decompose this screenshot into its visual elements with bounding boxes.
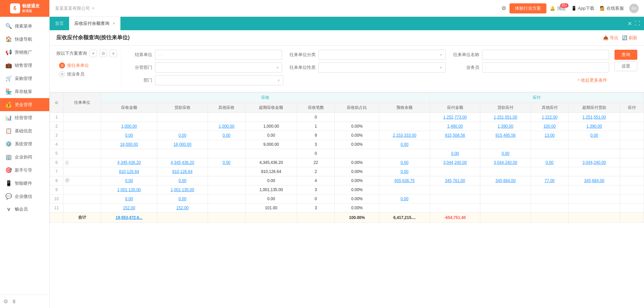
- row-prepaid[interactable]: 0.00: [379, 158, 430, 167]
- filter-collapse-button[interactable]: «: [110, 50, 117, 57]
- total-receivable[interactable]: 19,553,472,6...: [101, 213, 157, 223]
- row-other-payable[interactable]: [531, 194, 568, 204]
- row-payable[interactable]: [430, 167, 480, 176]
- row-loan-payable[interactable]: 0.00: [480, 149, 531, 158]
- sidebar-item-finance[interactable]: 💰 资金管理: [0, 98, 49, 111]
- row-payable[interactable]: [430, 140, 480, 149]
- row-loan-payable[interactable]: [480, 204, 531, 213]
- row-loan-receivable[interactable]: 0.00: [157, 194, 208, 204]
- row-overdue-payable[interactable]: 0.00: [569, 131, 620, 140]
- row-receivable[interactable]: [101, 113, 157, 122]
- sidebar-item-quicknav[interactable]: 🏠 快捷导航: [0, 33, 49, 46]
- row-receivable[interactable]: 18,000.00: [101, 140, 157, 149]
- scheme-item-salesman[interactable]: 按 按业务员: [56, 70, 117, 79]
- nature-input[interactable]: ▼: [318, 62, 445, 73]
- row-other-payable[interactable]: [531, 167, 568, 176]
- row-prepaid[interactable]: [379, 204, 430, 213]
- row-payable[interactable]: [430, 185, 480, 194]
- row-other-receivable[interactable]: 0.00: [208, 131, 245, 140]
- tab-close-icon[interactable]: ×: [113, 21, 115, 26]
- row-receivable[interactable]: [101, 149, 157, 158]
- row-other-receivable[interactable]: [208, 204, 245, 213]
- row-loan-payable[interactable]: 3,044,240.00: [480, 158, 531, 167]
- sidebar-item-sales[interactable]: 💼 销售管理: [0, 59, 49, 72]
- row-loan-payable[interactable]: 345,684.00: [480, 176, 531, 185]
- row-loan-receivable[interactable]: [157, 113, 208, 122]
- row-overdue-payable[interactable]: [569, 149, 620, 158]
- row-loan-payable[interactable]: 915,495.56: [480, 131, 531, 140]
- row-loan-receivable[interactable]: [157, 122, 208, 131]
- row-overdue-payable[interactable]: 3,044,240.00: [569, 158, 620, 167]
- row-loan-receivable[interactable]: 1,001,135.00: [157, 185, 208, 194]
- row-overdue-payable[interactable]: [569, 194, 620, 204]
- row-overdue-payable[interactable]: [569, 185, 620, 194]
- row-loan-receivable[interactable]: 152.00: [157, 204, 208, 213]
- row-loan-payable[interactable]: [480, 140, 531, 149]
- scheme-item-partner[interactable]: 按 按往来单位: [56, 61, 117, 70]
- row-loan-payable[interactable]: 1,251,551.00: [480, 113, 531, 122]
- window-expand-icon[interactable]: ⛶: [635, 20, 640, 27]
- filter-add-button[interactable]: +: [90, 50, 97, 57]
- row-loan-receivable[interactable]: 0.00: [157, 176, 208, 185]
- row-other-payable[interactable]: 1,222.00: [531, 113, 568, 122]
- row-loan-receivable[interactable]: 4,345,436.20: [157, 158, 208, 167]
- row-other-payable[interactable]: 100.00: [531, 122, 568, 131]
- row-overdue-payable[interactable]: [569, 167, 620, 176]
- row-payable[interactable]: 345,761.00: [430, 176, 480, 185]
- table-area[interactable]: ⚙ 往来单位 应收 应付 应收金额 贷款应收 其他应收 超期应收金额 应收笔数 …: [50, 92, 644, 308]
- tab-active[interactable]: 应收应付余额查询 ×: [69, 17, 120, 30]
- online-service-button[interactable]: 💁 在线客服: [600, 5, 624, 11]
- row-other-payable[interactable]: 77.00: [531, 176, 568, 185]
- row-other-receivable[interactable]: 0.00: [208, 158, 245, 167]
- row-payable[interactable]: 1,490.00: [430, 122, 480, 131]
- tab-home[interactable]: 首页: [50, 17, 69, 30]
- row-other-payable[interactable]: [531, 140, 568, 149]
- row-loan-payable[interactable]: [480, 194, 531, 204]
- sidebar-item-guide[interactable]: 🎯 新手引导: [0, 164, 49, 177]
- sidebar-item-purchase[interactable]: 🛒 采购管理: [0, 72, 49, 85]
- refresh-button[interactable]: 🔄 刷新: [622, 35, 637, 41]
- row-prepaid[interactable]: 655,636.75: [379, 176, 430, 185]
- settings-bottom-icon[interactable]: ⚙: [3, 298, 8, 305]
- collapse-icon[interactable]: ⏸: [11, 299, 17, 305]
- row-other-payable[interactable]: [531, 185, 568, 194]
- row-other-receivable[interactable]: [208, 140, 245, 149]
- row-payable[interactable]: [430, 194, 480, 204]
- name-input[interactable]: [482, 50, 609, 60]
- sidebar-item-marketing[interactable]: 📢 营销推广: [0, 46, 49, 59]
- row-other-payable[interactable]: 0.00: [531, 158, 568, 167]
- row-other-receivable[interactable]: [208, 167, 245, 176]
- row-loan-receivable[interactable]: [157, 149, 208, 158]
- row-receivable[interactable]: 4,345,436.20: [101, 158, 157, 167]
- row-prepaid[interactable]: 0.00: [379, 167, 430, 176]
- row-receivable[interactable]: 152.00: [101, 204, 157, 213]
- row-other-payable[interactable]: [531, 149, 568, 158]
- row-prepaid[interactable]: [379, 185, 430, 194]
- row-overdue-payable[interactable]: [569, 204, 620, 213]
- row-prepaid[interactable]: 2,153,333.00: [379, 131, 430, 140]
- row-overdue-payable[interactable]: 1,390.00: [569, 122, 620, 131]
- row-other-payable[interactable]: 13.00: [531, 131, 568, 140]
- messages-button[interactable]: 🔔 99+ 消息: [550, 5, 566, 11]
- row-loan-receivable[interactable]: 810,126.64: [157, 167, 208, 176]
- sidebar-item-system[interactable]: ⚙️ 系统管理: [0, 137, 49, 150]
- row-payable[interactable]: 915,508.56: [430, 131, 480, 140]
- col-settings[interactable]: ⚙: [50, 93, 63, 113]
- row-prepaid[interactable]: [379, 149, 430, 158]
- row-other-receivable[interactable]: [208, 176, 245, 185]
- avatar[interactable]: Rit: [629, 4, 639, 13]
- row-overdue-payable[interactable]: 1,251,551.00: [569, 113, 620, 122]
- row-other-payable[interactable]: [531, 204, 568, 213]
- row-payable[interactable]: [430, 204, 480, 213]
- sidebar-item-member[interactable]: V 畅会员: [0, 203, 49, 216]
- row-other-receivable[interactable]: [208, 194, 245, 204]
- row-prepaid[interactable]: [379, 113, 430, 122]
- table-settings-icon[interactable]: ⚙: [55, 100, 58, 105]
- company-input[interactable]: ···: [155, 50, 282, 60]
- sidebar-item-search[interactable]: 🔍 搜索菜单: [0, 19, 49, 33]
- row-other-receivable[interactable]: [208, 113, 245, 122]
- sidebar-item-operations[interactable]: 📊 经营管理: [0, 111, 49, 124]
- row-payable[interactable]: 0.00: [430, 149, 480, 158]
- row-receivable[interactable]: 810,126.64: [101, 167, 157, 176]
- solution-button[interactable]: 体验行业方案: [509, 3, 546, 13]
